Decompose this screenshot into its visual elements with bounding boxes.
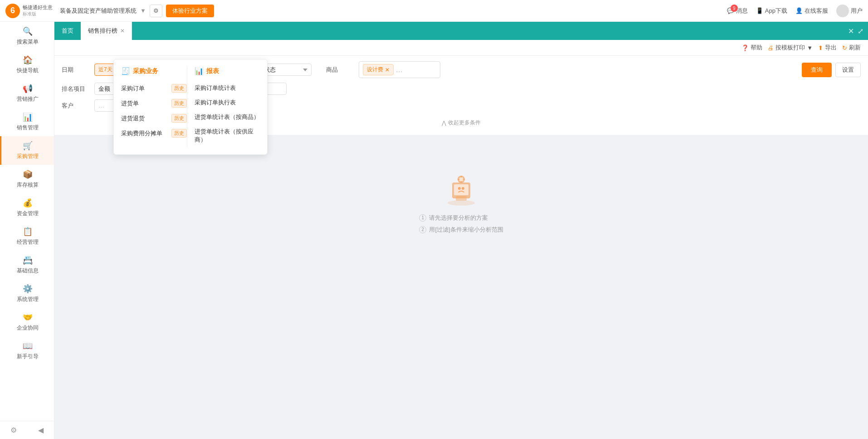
empty-step1: 1 请先选择要分析的方案	[419, 212, 503, 224]
sidebar-item-label-sales: 销售管理	[17, 124, 39, 132]
empty-state: 1 请先选择要分析的方案 2 用[过滤]条件来缩小分析范围	[54, 135, 868, 272]
top-bar: 6 畅捷通好生意 标准版 装备及固定资产辅助管理系统 ▼ ⚙ 体验行业方案 💬 …	[0, 0, 868, 22]
help-icon: ❓	[741, 44, 749, 51]
tab-close-btn[interactable]: ✕	[120, 28, 125, 34]
top-bar-right: 💬 9 消息 📱 App下载 👤 在线客服 用户	[727, 5, 863, 17]
dropdown-item-po[interactable]: 采购订单 历史	[121, 81, 187, 96]
tab-sales-rank[interactable]: 销售排行榜 ✕	[81, 22, 132, 40]
sidebar-item-finance[interactable]: 💰 资金管理	[0, 193, 54, 222]
search-icon: 🔍	[23, 26, 33, 36]
print-dropdown-icon[interactable]: ▼	[807, 44, 813, 51]
print-label: 按模板打印	[775, 44, 805, 52]
dropdown-purchase-col: 🧾 采购业务 采购订单 历史 进货单 历史 进货退货 历史 采购费用分摊单	[121, 67, 187, 147]
reports-col-icon: 📊	[195, 67, 204, 75]
sidebar-item-label-system: 系统管理	[17, 296, 39, 303]
receipt-history-badge: 历史	[171, 99, 187, 108]
tab-bar: 首页 销售排行榜 ✕ ✕ ⤢	[54, 22, 868, 40]
dropdown-item-po-stats[interactable]: 采购订单统计表	[195, 81, 260, 95]
goods-input[interactable]: 设计费 ✕ …	[359, 61, 440, 78]
dropdown-reports-header: 📊 报表	[195, 67, 260, 75]
svg-rect-2	[454, 184, 468, 195]
system-area: 装备及固定资产辅助管理系统 ▼ ⚙ 体验行业方案	[60, 5, 727, 17]
user-item[interactable]: 用户	[836, 5, 863, 17]
dropdown-item-po-label: 采购订单	[121, 84, 145, 93]
dropdown-item-return[interactable]: 进货退货 历史	[121, 111, 187, 126]
collapse-up-icon: ⋀	[442, 120, 446, 126]
tab-home-label: 首页	[62, 27, 73, 35]
sidebar-item-label-marketing: 营销推广	[17, 95, 39, 103]
system-icon: ⚙️	[23, 284, 33, 294]
sidebar-item-inventory[interactable]: 📦 库存核算	[0, 165, 54, 193]
sidebar-item-label-operations: 经营管理	[17, 238, 39, 246]
inventory-icon: 📦	[23, 169, 33, 179]
sidebar-collapse-btn[interactable]: ◀	[38, 426, 44, 434]
print-btn[interactable]: 🖨 按模板打印 ▼	[768, 44, 813, 52]
online-service-item[interactable]: 👤 在线客服	[795, 7, 828, 15]
empty-step2: 2 用[过滤]条件来缩小分析范围	[419, 224, 503, 236]
dropdown-item-receipt[interactable]: 进货单 历史	[121, 96, 187, 111]
sidebar-item-purchase[interactable]: 🛒 采购管理	[0, 136, 54, 165]
dropdown-item-po-exec[interactable]: 采购订单执行表	[195, 95, 260, 110]
user-label: 用户	[851, 7, 863, 15]
svg-point-4	[459, 177, 463, 182]
export-btn[interactable]: ⬆ 导出	[818, 44, 837, 52]
industry-button[interactable]: 体验行业方案	[166, 5, 214, 17]
sidebar-item-operations[interactable]: 📋 经营管理	[0, 222, 54, 251]
dropdown-item-expense[interactable]: 采购费用分摊单 历史	[121, 126, 187, 141]
sidebar: 🔍 搜索菜单 🏠 快捷导航 📢 营销推广 📊 销售管理 🛒 采购管理 📦 库存核…	[0, 22, 54, 439]
empty-text: 1 请先选择要分析的方案 2 用[过滤]条件来缩小分析范围	[419, 212, 503, 236]
dropdown-item-receipt-goods-label: 进货单统计表（按商品）	[195, 113, 259, 121]
expense-history-badge: 历史	[171, 129, 187, 138]
online-service-label: 在线客服	[805, 7, 828, 15]
tab-maximize-icon[interactable]: ⤢	[858, 27, 863, 35]
tab-close-all-icon[interactable]: ✕	[848, 27, 854, 35]
svg-rect-9	[456, 196, 467, 201]
operations-icon: 📋	[23, 227, 33, 237]
sidebar-item-search[interactable]: 🔍 搜索菜单	[0, 22, 54, 50]
sidebar-item-guide[interactable]: 📖 新手引导	[0, 336, 54, 365]
refresh-btn[interactable]: ↻ 刷新	[842, 44, 861, 52]
sidebar-item-system[interactable]: ⚙️ 系统管理	[0, 279, 54, 308]
message-item[interactable]: 💬 9 消息	[727, 7, 748, 15]
step-num-2: 2	[419, 226, 426, 233]
gear-button[interactable]: ⚙	[150, 5, 162, 17]
system-name: 装备及固定资产辅助管理系统	[60, 7, 137, 15]
sidebar-item-quick-nav[interactable]: 🏠 快捷导航	[0, 50, 54, 79]
filter-actions: 查询 设置	[802, 63, 861, 77]
notification-badge: 💬 9	[727, 7, 734, 14]
print-icon: 🖨	[768, 44, 774, 51]
dropdown-item-receipt-supplier[interactable]: 进货单统计表（按供应商）	[195, 124, 260, 147]
step-num-1: 1	[419, 214, 426, 222]
date-label: 日期	[62, 66, 89, 74]
tab-bar-right: ✕ ⤢	[848, 27, 868, 35]
sidebar-settings-btn[interactable]: ⚙	[10, 426, 17, 434]
empty-illustration	[443, 171, 479, 207]
settings-button[interactable]: 设置	[835, 63, 861, 77]
help-btn[interactable]: ❓ 帮助	[741, 44, 762, 52]
query-button[interactable]: 查询	[802, 63, 832, 77]
cooperation-icon: 🤝	[23, 312, 33, 322]
dropdown-item-receipt-goods[interactable]: 进货单统计表（按商品）	[195, 110, 260, 124]
app-download-label: App下载	[765, 7, 787, 15]
customer-placeholder: …	[98, 102, 104, 109]
toolbar: ❓ 帮助 🖨 按模板打印 ▼ ⬆ 导出 ↻ 刷新	[54, 40, 868, 56]
sidebar-item-label-inventory: 库存核算	[17, 181, 39, 189]
sidebar-item-sales[interactable]: 📊 销售管理	[0, 108, 54, 136]
sales-icon: 📊	[23, 112, 33, 122]
ranking-label: 排名项目	[62, 85, 89, 93]
system-dropdown-icon[interactable]: ▼	[140, 7, 146, 14]
sidebar-item-cooperation[interactable]: 🤝 企业协同	[0, 308, 54, 336]
logo-sub: 标准版	[23, 11, 53, 17]
sidebar-item-marketing[interactable]: 📢 营销推广	[0, 79, 54, 108]
service-icon: 👤	[795, 7, 803, 14]
sidebar-item-label-basic-info: 基础信息	[17, 267, 39, 275]
return-history-badge: 历史	[171, 114, 187, 123]
sidebar-item-basic-info[interactable]: 📇 基础信息	[0, 251, 54, 279]
sidebar-item-label-finance: 资金管理	[17, 210, 39, 217]
goods-chip-close[interactable]: ✕	[385, 67, 390, 73]
tab-home[interactable]: 首页	[54, 22, 81, 40]
phone-icon: 📱	[756, 7, 763, 14]
app-download-item[interactable]: 📱 App下载	[756, 7, 787, 15]
message-count: 9	[731, 5, 738, 12]
goods-more-icon[interactable]: …	[395, 66, 403, 74]
